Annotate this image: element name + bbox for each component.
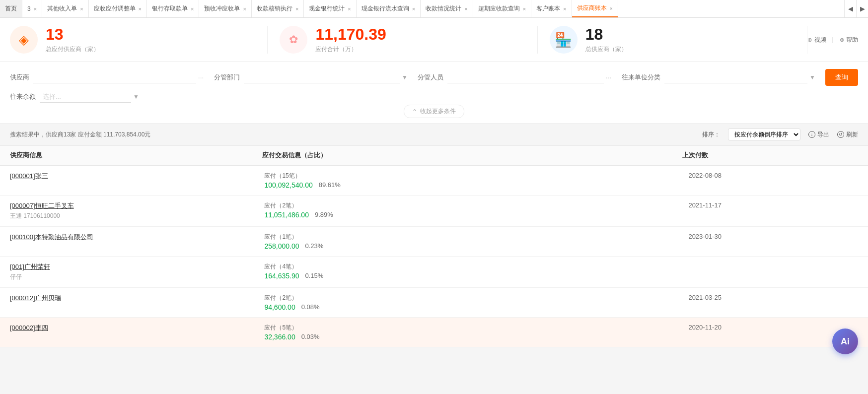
nav-tab-supplier-ledger-close[interactable]: ×	[610, 5, 613, 11]
row-4-lastpay-date: 2021-03-25	[688, 294, 858, 301]
sort-select[interactable]: 按应付余额倒序排序	[728, 129, 800, 140]
supplier-link-4[interactable]: [000012]广州贝瑞	[10, 294, 264, 303]
row-3-supplier: [001]广州荣轩 仔仔	[10, 263, 264, 281]
result-bar: 搜索结果中，供应商13家 应付金额 111,703,854.00元 排序： 按应…	[0, 124, 868, 146]
nav-tab-ar-adjust-close[interactable]: ×	[139, 6, 142, 12]
filter-category: 往来单位分类 ▼	[622, 71, 816, 83]
nav-tab-other-income-label: 其他收入单	[47, 4, 77, 13]
payable-total-label: 应付合计（万）	[315, 45, 386, 54]
supplier-link-3[interactable]: [001]广州荣轩	[10, 263, 264, 271]
row-5-tx-amount[interactable]: 32,366.00	[264, 333, 295, 341]
nav-right-arrow[interactable]: ▶	[856, 0, 868, 18]
nav-tab-receipt-verify[interactable]: 收款核销执行 ×	[252, 0, 304, 17]
supplier-link-0[interactable]: [000001]张三	[10, 172, 264, 181]
category-chevron-icon[interactable]: ▼	[809, 74, 815, 81]
row-5-lastpay: 2020-11-20	[688, 324, 858, 331]
help-link[interactable]: ⊙ 帮助	[840, 36, 858, 44]
export-icon: ↓	[808, 131, 815, 138]
nav-tab-receipt-verify-close[interactable]: ×	[295, 6, 298, 12]
nav-tab-customer-ledger-label: 客户账本	[536, 4, 560, 13]
category-input[interactable]	[664, 71, 808, 83]
nav-tab-receipt-verify-label: 收款核销执行	[257, 4, 292, 13]
nav-left-arrow[interactable]: ◀	[844, 0, 856, 18]
summary-info-total-suppliers: 18 总供应商（家）	[585, 26, 627, 54]
person-input[interactable]	[447, 71, 604, 83]
refresh-button[interactable]: ↺ 刷新	[837, 131, 858, 139]
filter-bar: 供应商 ··· 分管部门 ▼ 分管人员 ··· 往来单位分类 ▼ 查询 往来余额…	[0, 62, 868, 124]
nav-tab-customer-ledger-close[interactable]: ×	[563, 6, 566, 12]
supplier-input[interactable]	[33, 71, 196, 83]
nav-tab-receipt-stats-close[interactable]: ×	[464, 6, 467, 12]
row-5-tx-label: 应付（5笔）	[264, 324, 688, 332]
circle-play-icon: ⊙	[807, 36, 812, 43]
nav-tab-3-label: 3	[27, 5, 31, 12]
row-4-tx-percent: 0.08%	[301, 303, 320, 311]
nav-tab-customer-ledger[interactable]: 客户账本 ×	[531, 0, 572, 17]
nav-tab-overdue-ar[interactable]: 超期应收款查询 ×	[473, 0, 531, 17]
row-0-lastpay: 2022-08-08	[688, 172, 858, 179]
circle-question-icon: ⊙	[840, 36, 845, 43]
nav-tab-other-income[interactable]: 其他收入单 ×	[42, 0, 88, 17]
nav-tab-cash-flow[interactable]: 现金银行流水查询 ×	[357, 0, 421, 17]
collapse-button[interactable]: ⌃ 收起更多条件	[404, 105, 464, 118]
table-row: [001]广州荣轩 仔仔 应付（4笔） 164,635.90 0.15%	[0, 257, 868, 288]
nav-tab-supplier-ledger-label: 供应商账本	[577, 4, 607, 12]
nav-tab-other-income-close[interactable]: ×	[80, 6, 83, 12]
nav-tab-bank-deposit-close[interactable]: ×	[191, 6, 194, 12]
balance-input[interactable]	[40, 91, 131, 103]
row-1-supplier: [000007]恒旺二手叉车 王通 17106110000	[10, 201, 264, 220]
table-container: 供应商信息 应付交易信息（占比） 上次付数 [000001]张三 应付（15笔）…	[0, 146, 868, 347]
nav-tab-overdue-ar-close[interactable]: ×	[523, 6, 526, 12]
table-row: [000001]张三 应付（15笔） 100,092,540.00 89.61%…	[0, 166, 868, 196]
supplier-dots-icon[interactable]: ···	[198, 73, 204, 81]
nav-tab-overdue-ar-label: 超期应收款查询	[478, 4, 520, 13]
row-5-tx-row: 32,366.00 0.03%	[264, 332, 688, 341]
row-4-tx-label: 应付（2笔）	[264, 294, 688, 302]
row-1-transaction: 应付（2笔） 11,051,486.00 9.89%	[264, 201, 688, 219]
nav-tab-3-close[interactable]: ×	[34, 6, 37, 12]
video-link[interactable]: ⊙ 视频	[807, 36, 826, 44]
nav-tab-prepay-ar-close[interactable]: ×	[243, 6, 246, 12]
nav-tab-ar-adjust[interactable]: 应收应付调整单 ×	[89, 0, 147, 17]
row-1-tx-percent: 9.89%	[315, 211, 333, 218]
nav-tab-home[interactable]: 首页	[0, 0, 22, 17]
dept-chevron-icon[interactable]: ▼	[402, 74, 408, 81]
nav-tab-3[interactable]: 3 ×	[22, 0, 42, 17]
person-dots-icon[interactable]: ···	[606, 73, 612, 81]
nav-tab-receipt-stats[interactable]: 收款情况统计 ×	[421, 0, 473, 17]
export-label: 导出	[817, 131, 829, 139]
balance-chevron-icon[interactable]: ▼	[133, 93, 139, 100]
nav-tab-bank-deposit[interactable]: 银行存取款单 ×	[147, 0, 199, 17]
supplier-link-5[interactable]: [000002]李四	[10, 324, 264, 332]
nav-tab-cash-flow-close[interactable]: ×	[412, 6, 415, 12]
table-row: [000100]本特勤油品有限公司 应付（1笔） 258,000.00 0.23…	[0, 227, 868, 257]
row-3-transaction: 应付（4笔） 164,635.90 0.15%	[264, 263, 688, 280]
row-0-tx-amount[interactable]: 100,092,540.00	[264, 181, 312, 189]
row-1-tx-amount[interactable]: 11,051,486.00	[264, 211, 309, 219]
nav-tab-cash-bank-stats[interactable]: 现金银行统计 ×	[304, 0, 356, 17]
row-2-tx-amount[interactable]: 258,000.00	[264, 242, 299, 250]
sort-label: 排序：	[702, 131, 720, 139]
export-button[interactable]: ↓ 导出	[808, 131, 829, 139]
refresh-icon: ↺	[837, 131, 844, 138]
nav-tab-prepay-ar[interactable]: 预收冲应收单 ×	[199, 0, 251, 17]
search-button[interactable]: 查询	[825, 69, 858, 86]
table-header: 供应商信息 应付交易信息（占比） 上次付数	[0, 146, 868, 166]
nav-tab-cash-bank-stats-label: 现金银行统计	[309, 4, 345, 13]
nav-tab-cash-bank-stats-close[interactable]: ×	[348, 6, 351, 12]
dept-input[interactable]	[244, 71, 400, 83]
nav-tab-bank-deposit-label: 银行存取款单	[152, 4, 188, 13]
table-row: [000002]李四 应付（5笔） 32,366.00 0.03% 2020-1…	[0, 318, 868, 347]
row-2-transaction: 应付（1笔） 258,000.00 0.23%	[264, 233, 688, 250]
summary-info-payable: 13 总应付供应商（家）	[46, 26, 99, 54]
table-row: [000012]广州贝瑞 应付（2笔） 94,600.00 0.08% 2021…	[0, 288, 868, 318]
supplier-link-2[interactable]: [000100]本特勤油品有限公司	[10, 233, 264, 242]
supplier-label: 供应商	[10, 73, 29, 82]
divider: |	[832, 36, 834, 43]
row-0-transaction: 应付（15笔） 100,092,540.00 89.61%	[264, 172, 688, 189]
nav-tab-supplier-ledger[interactable]: 供应商账本 ×	[572, 0, 618, 17]
row-4-tx-amount[interactable]: 94,600.00	[264, 303, 295, 311]
supplier-link-1[interactable]: [000007]恒旺二手叉车	[10, 201, 264, 210]
row-3-tx-amount[interactable]: 164,635.90	[264, 272, 299, 280]
row-2-lastpay-date: 2023-01-30	[688, 233, 858, 240]
